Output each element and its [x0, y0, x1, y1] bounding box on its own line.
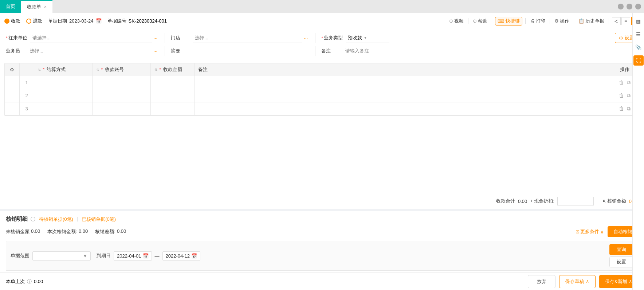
stat-unreconciled-val: 0.00: [31, 228, 40, 235]
summary-label: 摘要: [171, 48, 193, 54]
range-select[interactable]: ▼: [32, 251, 91, 260]
receipt-radio[interactable]: 收款: [4, 18, 20, 24]
footer-info: 本单上次 ⓘ 0.00: [6, 278, 43, 285]
date-from-value: 2022-04-01: [117, 253, 141, 259]
done-tab-link[interactable]: 已核销单据(0笔): [81, 216, 117, 223]
window-maximize-btn[interactable]: [627, 4, 632, 9]
delete-row-3-btn[interactable]: 🗑: [619, 106, 624, 112]
td-amount-3[interactable]: [150, 102, 194, 115]
td-account-2[interactable]: [92, 89, 150, 102]
date-to-calendar-icon[interactable]: 📅: [191, 253, 197, 259]
sidebar-expand-icon[interactable]: ⛶: [633, 55, 644, 66]
save-new-chevron: ∧: [629, 279, 632, 284]
counterpart-group: * 往来单位 ···: [6, 33, 159, 43]
td-note-2[interactable]: [194, 89, 610, 102]
th-gear[interactable]: ⚙: [5, 63, 19, 76]
th-account[interactable]: ⇅ * 收款账号: [92, 63, 150, 76]
refund-radio-dot: [26, 19, 31, 24]
counterpart-required-mark: *: [6, 35, 8, 41]
save-draft-btn[interactable]: 保存草稿 ∧: [559, 275, 596, 288]
window-close-btn[interactable]: [635, 4, 641, 9]
td-settle-1[interactable]: [34, 76, 92, 89]
counterpart-input[interactable]: [30, 33, 152, 43]
sidebar-attach-icon[interactable]: 📎: [633, 42, 644, 52]
calendar-icon[interactable]: 📅: [96, 18, 102, 24]
copy-row-2-btn[interactable]: ⧉: [627, 93, 631, 99]
shortcut-btn[interactable]: ⌨ 快捷键: [495, 17, 522, 26]
window-minimize-btn[interactable]: [618, 4, 624, 9]
abandon-btn[interactable]: 放弃: [528, 275, 555, 288]
salesperson-dots[interactable]: ···: [152, 48, 159, 54]
delete-row-1-btn[interactable]: 🗑: [619, 79, 624, 86]
reconcile-stats: 未核销金额 0.00 本次核销金额: 0.00 核销差额: 0.00 ⧖ 更多条…: [6, 226, 638, 237]
reconcile-amount-label: 可核销金额: [602, 198, 626, 204]
filter-actions: 查询 设置: [609, 244, 633, 267]
date-info: 单据日期 2023-03-24 📅: [48, 18, 102, 24]
th-amount[interactable]: ⇅ * 收款金额: [150, 63, 194, 76]
print-btn[interactable]: 🖨 打印: [529, 17, 547, 25]
th-settle-method[interactable]: ⇅ * 结算方式: [34, 63, 92, 76]
tab-home[interactable]: 首页: [0, 0, 21, 13]
view-grid-btn[interactable]: ≡: [621, 17, 630, 25]
prev-value: 0.00: [34, 279, 43, 284]
view-left-btn[interactable]: ◁: [612, 17, 621, 25]
query-btn[interactable]: 查询: [609, 244, 633, 255]
sep-s-b: [315, 33, 315, 43]
date-from-input[interactable]: 2022-04-01 📅: [114, 251, 152, 260]
history-btn[interactable]: 📋 历史单据: [577, 17, 606, 25]
td-gear-1: [5, 76, 19, 89]
tab-receipt[interactable]: 收款单 ×: [21, 0, 52, 13]
copy-row-3-btn[interactable]: ⧉: [627, 106, 631, 112]
business-type-select[interactable]: 预收款 ▼: [346, 33, 389, 43]
td-note-1[interactable]: [194, 76, 610, 89]
receipt-refund-toggle: 收款 退款: [4, 18, 42, 24]
main-table-wrapper: ⚙ ⇅ * 结算方式 ⇅ * 收款账号 ⇅: [4, 63, 640, 116]
main-wrapper: 收款 退款 单据日期 2023-03-24 📅 单据编号 SK-20230324…: [0, 13, 644, 290]
note-input[interactable]: [343, 46, 638, 56]
more-conditions-btn[interactable]: ⧖ 更多条件 ∧: [576, 228, 604, 235]
operate-btn[interactable]: ⚙ 操作: [553, 17, 571, 25]
store-label: 门店: [171, 35, 193, 41]
summary-input[interactable]: [193, 46, 309, 56]
main-table: ⚙ ⇅ * 结算方式 ⇅ * 收款账号 ⇅: [5, 63, 639, 115]
pending-tab-link[interactable]: 待核销单据(0笔): [38, 216, 74, 223]
video-btn[interactable]: ⊙ 视频: [448, 17, 465, 25]
td-account-1[interactable]: [92, 76, 150, 89]
history-label: 历史单据: [585, 18, 604, 24]
counterpart-dots[interactable]: ···: [152, 35, 159, 41]
form-row-1: * 往来单位 ··· 门店 ··· * 业务类型 预收款 ▼: [6, 33, 638, 43]
date-range-sep: —: [155, 253, 160, 259]
td-note-3[interactable]: [194, 102, 610, 115]
business-type-group: * 业务类型 预收款 ▼: [321, 33, 610, 43]
tab-link-sep: |: [77, 216, 78, 223]
discount-input[interactable]: [557, 197, 594, 205]
refund-radio[interactable]: 退款: [26, 18, 42, 24]
sidebar-list-icon[interactable]: ☰: [633, 29, 644, 39]
date-from-calendar-icon[interactable]: 📅: [143, 253, 149, 259]
sep6: [609, 18, 609, 24]
store-input[interactable]: [193, 33, 302, 43]
help-btn[interactable]: ⊙ 帮助: [471, 17, 489, 25]
filter-settings-btn[interactable]: 设置: [609, 256, 633, 267]
td-settle-3[interactable]: [34, 102, 92, 115]
range-filter: 单据范围 ▼: [11, 251, 91, 260]
sep1: [468, 18, 468, 24]
td-account-3[interactable]: [92, 102, 150, 115]
operate-icon: ⚙: [554, 18, 559, 24]
td-settle-2[interactable]: [34, 89, 92, 102]
salesperson-input[interactable]: [28, 46, 152, 56]
reconcile-info-icon[interactable]: ⓘ: [31, 216, 35, 223]
date-to-input[interactable]: 2022-04-12 📅: [162, 251, 201, 260]
store-dots[interactable]: ···: [302, 35, 309, 41]
td-amount-1[interactable]: [150, 76, 194, 89]
delete-row-2-btn[interactable]: 🗑: [619, 93, 624, 99]
range-chevron-icon: ▼: [83, 253, 87, 259]
sidebar-table-icon[interactable]: ▦: [633, 16, 644, 26]
td-gear-2: [5, 89, 19, 102]
tab-receipt-close[interactable]: ×: [44, 4, 47, 9]
discount-label: + 现金折扣:: [530, 198, 554, 204]
copy-row-1-btn[interactable]: ⧉: [627, 79, 631, 86]
footer-info-icon[interactable]: ⓘ: [27, 278, 32, 285]
th-note: 备注: [194, 63, 610, 76]
td-amount-2[interactable]: [150, 89, 194, 102]
